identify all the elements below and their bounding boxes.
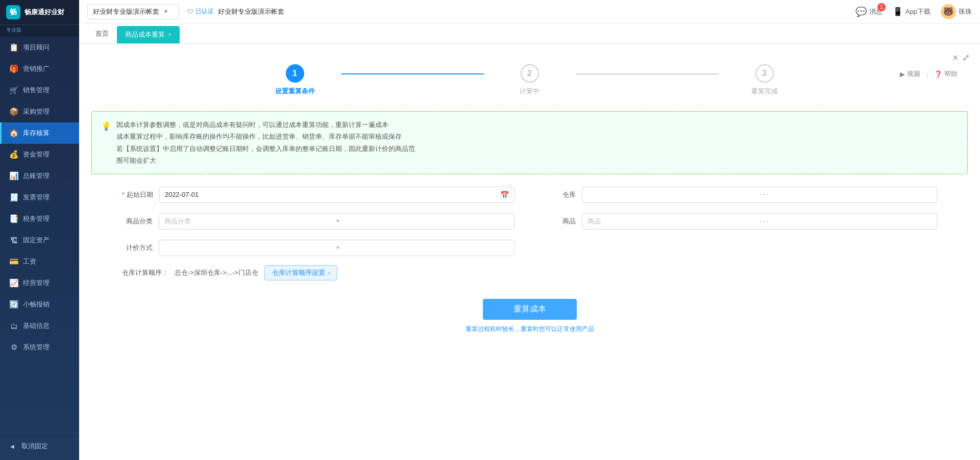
tab-home[interactable]: 首页 — [87, 25, 117, 43]
video-help-btn[interactable]: ▶ 视频 — [900, 69, 920, 79]
account-chevron-icon: ▼ — [163, 9, 168, 14]
sidebar-icon-sales: 🛒 — [9, 85, 19, 95]
step-1: 1 设置重算条件 — [249, 64, 341, 96]
logo-icon: 畅 — [6, 5, 20, 19]
verified-badge: 🛡 已认证 — [187, 7, 214, 16]
unpin-label: 取消固定 — [21, 442, 48, 451]
sidebar-label-system: 系统管理 — [23, 343, 50, 352]
sidebar-label-purchase: 采购管理 — [23, 107, 50, 116]
sidebar-label-invoice: 发票管理 — [23, 193, 50, 202]
sidebar-item-salary[interactable]: 💳 工资 — [0, 251, 79, 272]
sidebar-item-system[interactable]: ⚙ 系统管理 — [0, 337, 79, 358]
warehouse-order-row: 仓库计算顺序： 总仓->深圳仓库->...->门店仓 仓库计算顺序设置 › — [91, 265, 968, 280]
sidebar-icon-marketing: 🎁 — [9, 64, 19, 74]
goods-dots-icon[interactable]: ··· — [760, 217, 932, 226]
sidebar-label-expense: 小畅报销 — [23, 300, 50, 309]
sidebar-label-marketing: 营销推广 — [23, 64, 50, 73]
sidebar-item-expense[interactable]: 🔄 小畅报销 — [0, 294, 79, 315]
sidebar-label-salary: 工资 — [23, 257, 36, 266]
message-btn[interactable]: 💬 消息 1 — [855, 6, 883, 17]
sidebar-item-finance[interactable]: 💰 资金管理 — [0, 144, 79, 165]
sidebar-icon-finance: 💰 — [9, 149, 19, 160]
sidebar-item-project[interactable]: 📋 项目顾问 — [0, 37, 79, 58]
goods-placeholder: 商品 — [587, 217, 760, 226]
recalc-btn[interactable]: 重算成本 — [483, 299, 577, 320]
step-1-circle: 1 — [286, 64, 304, 83]
pricing-field[interactable]: ▾ — [159, 240, 514, 256]
app-download-label: App下载 — [905, 7, 930, 16]
start-date-row: 起始日期 📅 — [122, 187, 514, 203]
sidebar-item-invoice[interactable]: 🧾 发票管理 — [0, 187, 79, 208]
sidebar-icon-inventory: 🏠 — [9, 128, 19, 138]
app-download-btn[interactable]: 📱 App下载 — [893, 7, 930, 16]
topbar: 好业财专业版演示帐套 ▼ 🛡 已认证 好业财专业版演示帐套 💬 消息 1 📱 A… — [79, 0, 980, 23]
account-selector[interactable]: 好业财专业版演示帐套 ▼ — [87, 4, 179, 19]
sidebar: 畅 畅康通好业财 专业版 📋 项目顾问 🎁 营销推广 🛒 销售管理 📦 采购管理… — [0, 0, 79, 460]
unpin-icon: ◄ — [7, 441, 17, 451]
question-icon: ❓ — [934, 70, 942, 78]
goods-label: 商品 — [545, 217, 576, 226]
start-date-label: 起始日期 — [122, 190, 153, 199]
pricing-row: 计价方式 ▾ — [122, 240, 514, 256]
sidebar-label-project: 项目顾问 — [23, 43, 50, 52]
play-icon: ▶ — [900, 70, 905, 78]
calendar-icon[interactable]: 📅 — [500, 191, 509, 199]
sidebar-label-inventory: 库存核算 — [23, 129, 50, 138]
help-label: 帮助 — [944, 69, 958, 79]
sidebar-item-assets[interactable]: 🏗 固定资产 — [0, 229, 79, 251]
sidebar-label-operations: 经营管理 — [23, 278, 50, 288]
step-3: 3 重算完成 — [719, 64, 811, 96]
tab-active-label: 商品成本重算 — [125, 30, 165, 39]
sidebar-item-tax[interactable]: 📑 税务管理 — [0, 208, 79, 229]
sidebar-item-purchase[interactable]: 📦 采购管理 — [0, 101, 79, 122]
info-line-3: 若【系统设置】中启用了自动调整记账日期时，会调整入库单的整单记账日期，因此重新计… — [116, 143, 415, 155]
sidebar-item-accounting[interactable]: 📊 总账管理 — [0, 165, 79, 187]
recalc-section: 重算成本 重算过程耗时较长，重算时您可以正常使用产品 — [91, 299, 968, 334]
sidebar-item-sales[interactable]: 🛒 销售管理 — [0, 80, 79, 101]
category-label: 商品分类 — [122, 217, 153, 226]
step-2: 2 计算中 — [484, 64, 576, 96]
step-3-circle: 3 — [755, 64, 774, 83]
main-area: 好业财专业版演示帐套 ▼ 🛡 已认证 好业财专业版演示帐套 💬 消息 1 📱 A… — [79, 0, 980, 460]
warehouse-dots-icon[interactable]: ··· — [760, 190, 932, 199]
start-date-field[interactable]: 📅 — [159, 187, 514, 203]
warning-icon: 💡 — [101, 119, 111, 134]
category-row: 商品分类 商品分类 ▾ — [122, 213, 514, 229]
warehouse-order-label: 仓库计算顺序： — [122, 268, 168, 277]
sidebar-item-basic[interactable]: 🗂 基础信息 — [0, 315, 79, 337]
sidebar-edition: 专业版 — [0, 25, 79, 37]
warehouse-field[interactable]: ··· — [582, 187, 938, 203]
warehouse-label: 仓库 — [545, 190, 576, 199]
unpin-button[interactable]: ◄ 取消固定 — [0, 437, 79, 456]
notification-badge: 1 — [877, 3, 886, 11]
info-content: 因成本计算参数调整，或是对商品成本有疑问时，可以通过成本重算功能，重新计算一遍成… — [116, 119, 415, 167]
account-name: 好业财专业版演示帐套 — [93, 7, 159, 16]
sidebar-icon-purchase: 📦 — [9, 107, 19, 117]
step-line-1 — [341, 73, 484, 74]
sidebar-icon-basic: 🗂 — [9, 321, 19, 331]
sidebar-item-marketing[interactable]: 🎁 营销推广 — [0, 58, 79, 80]
step-3-label: 重算完成 — [751, 87, 778, 96]
goods-field[interactable]: 商品 ··· — [582, 213, 938, 229]
phone-icon: 📱 — [893, 7, 903, 16]
help-btn[interactable]: ❓ 帮助 — [934, 69, 958, 79]
category-placeholder: 商品分类 — [164, 217, 336, 226]
info-line-4: 围可能会扩大 — [116, 155, 415, 166]
user-avatar-area[interactable]: 🐻 珠珠 — [941, 4, 972, 19]
sidebar-icon-salary: 💳 — [9, 257, 19, 267]
sidebar-icon-expense: 🔄 — [9, 299, 19, 310]
tab-bar: 首页 商品成本重算 × — [79, 23, 980, 44]
avatar: 🐻 — [941, 4, 956, 19]
sidebar-item-operations[interactable]: 📈 经营管理 — [0, 272, 79, 294]
tab-cost-recalc[interactable]: 商品成本重算 × — [117, 26, 180, 43]
tab-close-icon[interactable]: × — [168, 31, 172, 38]
recalc-hint: 重算过程耗时较长，重算时您可以正常使用产品 — [465, 325, 594, 334]
category-field[interactable]: 商品分类 ▾ — [159, 213, 514, 229]
start-date-input[interactable] — [165, 191, 500, 198]
logo-text: 畅康通好业财 — [24, 8, 64, 17]
recalc-btn-label: 重算成本 — [513, 304, 546, 313]
sidebar-item-inventory[interactable]: 🏠 库存核算 — [0, 122, 79, 144]
warehouse-order-settings-btn[interactable]: 仓库计算顺序设置 › — [264, 265, 338, 280]
help-links: ▶ 视频 | ❓ 帮助 — [900, 69, 958, 79]
step-1-label: 设置重算条件 — [275, 87, 315, 96]
